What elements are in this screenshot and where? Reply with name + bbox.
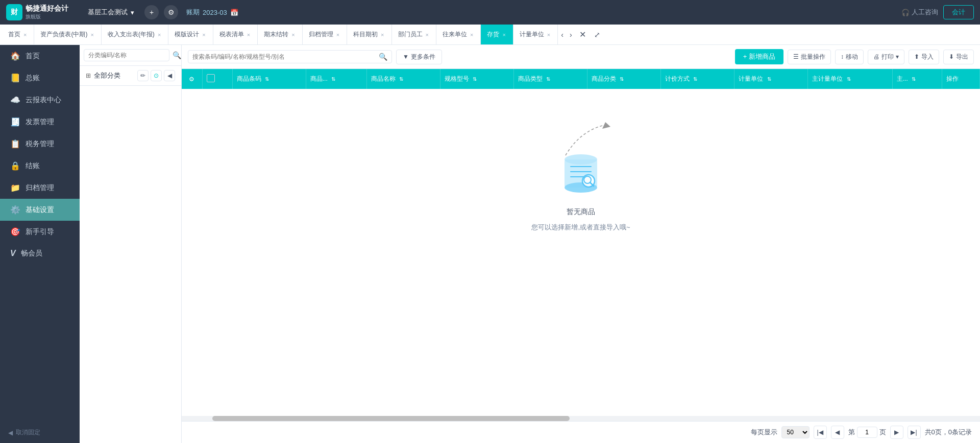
- pagination-bar: 每页显示 50 10 20 100 |◀ ◀ 第 页: [182, 421, 980, 443]
- sidebar-item-ledger[interactable]: 📒 总账: [0, 67, 80, 89]
- per-page-dropdown[interactable]: 50 10 20 100: [781, 426, 810, 438]
- tab-close-subject[interactable]: ×: [380, 31, 385, 38]
- tab-maximize-button[interactable]: ⤢: [590, 25, 604, 45]
- import-button[interactable]: ⬆ 导入: [909, 50, 939, 64]
- first-page-button[interactable]: |◀: [814, 426, 827, 439]
- edit-category-button[interactable]: ✏: [137, 70, 149, 81]
- sort-main-short-icon[interactable]: ⇅: [912, 76, 916, 82]
- account-button[interactable]: 会计: [943, 5, 974, 19]
- empty-sub-text: 您可以选择新增,或者直接导入哦~: [531, 223, 630, 232]
- company-selector[interactable]: 基层工会测试 ▾: [83, 6, 139, 19]
- col-type[interactable]: 商品类型 ⇅: [513, 69, 587, 89]
- left-panel: 🔍 ⊞ 全部分类 ✏ ⊙ ◀: [80, 45, 182, 443]
- horizontal-scrollbar[interactable]: [182, 416, 980, 421]
- page-number-input[interactable]: [857, 427, 877, 438]
- add-tab-button[interactable]: +: [144, 5, 159, 19]
- export-button[interactable]: ⬇ 导出: [943, 50, 974, 64]
- table-checkbox-header[interactable]: [202, 69, 232, 89]
- sidebar-item-invoice[interactable]: 🧾 发票管理: [0, 111, 80, 133]
- col-main-short[interactable]: 主... ⇅: [892, 69, 942, 89]
- sort-type-icon[interactable]: ⇅: [546, 76, 550, 82]
- tab-close-balance[interactable]: ×: [89, 31, 94, 38]
- sidebar-item-basic-settings[interactable]: ⚙️ 基础设置: [0, 199, 80, 221]
- calendar-icon[interactable]: 📅: [230, 9, 238, 16]
- table-settings-header[interactable]: ⚙: [182, 69, 202, 89]
- empty-state: 暂无商品 您可以选择新增,或者直接导入哦~: [182, 89, 980, 263]
- product-search-input[interactable]: [192, 53, 376, 60]
- tab-close-home[interactable]: ×: [22, 31, 28, 38]
- tab-next-button[interactable]: ›: [567, 25, 575, 45]
- col-name[interactable]: 商品名称 ⇅: [366, 69, 440, 89]
- category-search-input[interactable]: [84, 49, 169, 61]
- tab-archive[interactable]: 归档管理 ×: [303, 25, 347, 45]
- sort-spec-icon[interactable]: ⇅: [473, 76, 477, 82]
- tab-unit[interactable]: 计量单位 ×: [513, 25, 558, 45]
- collapse-panel-button[interactable]: ◀: [164, 70, 175, 81]
- tab-prev-button[interactable]: ‹: [558, 25, 567, 45]
- tab-tax-list[interactable]: 税表清单 ×: [213, 25, 258, 45]
- sort-main-unit-icon[interactable]: ⇅: [847, 76, 851, 82]
- tab-income-statement[interactable]: 收入支出表(年报) ×: [102, 25, 168, 45]
- gear-icon: ⚙️: [10, 205, 20, 215]
- sidebar-item-tax[interactable]: 📋 税务管理: [0, 133, 80, 155]
- chevron-down-icon: ▾: [131, 9, 134, 16]
- sidebar-item-close-period[interactable]: 🔒 结账: [0, 155, 80, 177]
- col-unit[interactable]: 计量单位 ⇅: [734, 69, 808, 89]
- tab-dept-staff[interactable]: 部门员工 ×: [392, 25, 436, 45]
- cancel-fixed-button[interactable]: ◀ 取消固定: [0, 422, 80, 443]
- tab-close-dept[interactable]: ×: [425, 31, 430, 38]
- move-button[interactable]: ↕ 移动: [835, 50, 864, 64]
- customer-service[interactable]: 🎧 人工咨询: [901, 8, 938, 17]
- tab-close-income[interactable]: ×: [157, 31, 162, 38]
- next-page-button[interactable]: ▶: [890, 426, 903, 439]
- tab-close-contacts[interactable]: ×: [469, 31, 474, 38]
- sidebar-item-cloud-reports[interactable]: ☁️ 云报表中心: [0, 89, 80, 111]
- last-page-button[interactable]: ▶|: [908, 426, 921, 439]
- tab-bar: 首页 × 资产负债表(中期) × 收入支出表(年报) × 模版设计 × 税表清单…: [0, 25, 980, 45]
- tab-home[interactable]: 首页 ×: [2, 25, 34, 45]
- product-search-icon[interactable]: 🔍: [379, 53, 387, 61]
- sort-code-icon[interactable]: ⇅: [331, 76, 335, 82]
- col-main-unit[interactable]: 主计量单位 ⇅: [808, 69, 893, 89]
- print-button[interactable]: 🖨 打印 ▾: [868, 50, 904, 64]
- tab-template-design[interactable]: 模版设计 ×: [168, 25, 213, 45]
- expand-category-button[interactable]: ⊙: [151, 70, 162, 81]
- right-content: 🔍 ▼ 更多条件 + 新增商品 ☰ 批量操作 ↕ 移动: [182, 45, 980, 443]
- tab-close-all-button[interactable]: ✕: [575, 25, 590, 45]
- grid-icon: ⊞: [86, 72, 91, 79]
- sort-category-icon[interactable]: ⇅: [620, 76, 624, 82]
- sort-unit-icon[interactable]: ⇅: [767, 76, 771, 82]
- sidebar-item-member[interactable]: V 畅会员: [0, 243, 80, 264]
- col-barcode[interactable]: 商品条码 ⇅: [232, 69, 306, 89]
- content-area: 🔍 ⊞ 全部分类 ✏ ⊙ ◀: [80, 45, 980, 443]
- add-product-button[interactable]: + 新增商品: [735, 49, 783, 64]
- col-code[interactable]: 商品... ⇅: [306, 69, 366, 89]
- sidebar-item-archive[interactable]: 📁 归档管理: [0, 177, 80, 199]
- col-pricing[interactable]: 计价方式 ⇅: [661, 69, 734, 89]
- prev-page-button[interactable]: ◀: [831, 426, 844, 439]
- batch-operation-button[interactable]: ☰ 批量操作: [788, 50, 831, 64]
- scroll-thumb[interactable]: [212, 416, 570, 421]
- category-search-icon[interactable]: 🔍: [173, 51, 181, 59]
- tab-period-carry[interactable]: 期末结转 ×: [258, 25, 302, 45]
- col-spec[interactable]: 规格型号 ⇅: [440, 69, 513, 89]
- sort-name-icon[interactable]: ⇅: [399, 76, 403, 82]
- tab-close-archive[interactable]: ×: [335, 31, 340, 38]
- tab-contacts[interactable]: 往来单位 ×: [436, 25, 481, 45]
- sidebar-item-guide[interactable]: 🎯 新手引导: [0, 221, 80, 243]
- sort-barcode-icon[interactable]: ⇅: [265, 76, 269, 82]
- col-category[interactable]: 商品分类 ⇅: [587, 69, 661, 89]
- sort-pricing-icon[interactable]: ⇅: [693, 76, 697, 82]
- tab-close-template[interactable]: ×: [201, 31, 206, 38]
- tab-close-unit[interactable]: ×: [546, 31, 551, 38]
- tab-close-tax[interactable]: ×: [246, 31, 251, 38]
- tab-inventory[interactable]: 存货 ×: [481, 25, 513, 45]
- tab-subject-init[interactable]: 科目期初 ×: [347, 25, 391, 45]
- tab-balance-sheet[interactable]: 资产负债表(中期) ×: [34, 25, 101, 45]
- more-filters-button[interactable]: ▼ 更多条件: [396, 50, 442, 64]
- settings-button[interactable]: ⚙: [164, 5, 178, 19]
- tab-close-period[interactable]: ×: [290, 31, 296, 38]
- sidebar-item-home[interactable]: 🏠 首页: [0, 45, 80, 67]
- tab-close-inventory[interactable]: ×: [501, 31, 506, 38]
- select-all-checkbox[interactable]: [207, 74, 215, 82]
